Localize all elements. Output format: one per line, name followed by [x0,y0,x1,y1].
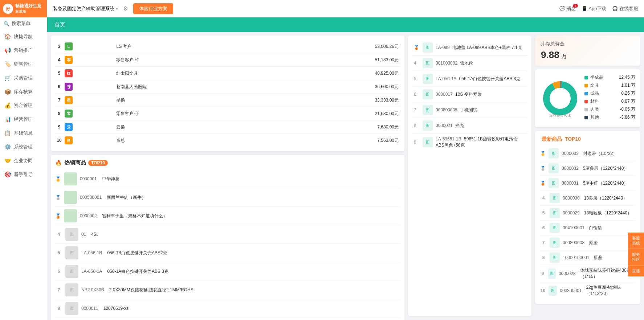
product-image-placeholder: 图 [423,137,433,147]
hot-icon: 🔥 [55,160,62,166]
sidebar: 好 畅捷通好生意 标准版 🔍 搜索菜单 🏠 快捷导航 📢 营销推广 🏷️ 销售管… [0,0,47,320]
product-name: 电池盖 LA-089 ABS本色+黑种 7.1克 [452,45,522,50]
gear-icon[interactable]: ⚙ [123,5,128,12]
page-title: 首页 [54,21,65,28]
product-code: 0000021 [436,123,453,128]
search-icon: 🔍 [4,21,9,26]
sidebar-item-base[interactable]: 📋 基础信息 [0,126,47,140]
system-select[interactable]: 装备及固定资产辅助管理系统 ▾ [53,5,118,12]
inventory-total-card: 库存总资金 9.88 万 [535,36,640,66]
rank-number: 9 [540,271,545,276]
product-code: 000500001 [80,195,102,200]
rank-number: 5 [540,210,547,216]
rank-number: 10 [540,288,546,293]
sidebar-item-marketing[interactable]: 📢 营销推广 [0,44,47,57]
product-name: 18多层（1220*2440） [584,195,627,201]
sidebar-item-system[interactable]: ⚙️ 系统管理 [0,140,47,154]
product-code: LA-056-1A [81,269,102,274]
product-image-placeholder: 图 [65,283,78,296]
rank-number: 4 [540,196,547,201]
float-btn[interactable]: 直播 [628,266,644,276]
customer-amount: 7,563.00元 [273,134,400,147]
customer-amount: 21,680.00元 [273,107,400,120]
table-row: 10 肖 肖总 7,563.00元 [55,134,400,147]
service-btn[interactable]: 🎧 在线客服 [612,5,638,12]
sidebar-item-operation[interactable]: 📊 经营管理 [0,112,47,126]
hot-products-badge: TOP10 [88,160,108,166]
product-name: 2.0X30MM双搓花轴,搓花直径2.1MM/ROHS [109,287,193,293]
rank-badge: 零 [65,110,73,118]
hot-products-title: 🔥 热销商品 TOP10 [55,159,400,166]
rank-medal: 🥉 [540,181,546,186]
rank-number: 8 [55,306,62,311]
donut-center-label: 库存资金占比 [549,113,571,118]
legend-item: 材料 0.07 万 [584,98,635,104]
sidebar-item-inventory[interactable]: 📦 库存核算 [0,85,47,99]
legend-item: 其他 -3.86 万 [584,114,635,120]
product-code: 0000011 [81,306,98,311]
list-item: 5 图 LA-056-1B 056-1B白色按键开关壳ABS2壳 [55,244,400,262]
table-row: 8 零 零售客户-于 21,680.00元 [55,107,400,120]
legend-item: 半成品 12.45 万 [584,74,635,81]
product-image-placeholder: 图 [65,246,78,259]
product-image [64,209,77,222]
sidebar-item-quicknav[interactable]: 🏠 快捷导航 [0,30,47,44]
sidebar-item-corp[interactable]: 🤝 企业协同 [0,154,47,168]
rank-badge-cell: 星 [63,94,115,107]
product-name: 体城嘉枝味苏打饮品400毫升（1*15） [580,267,635,280]
product-name: 中华神薯 [102,176,119,182]
product-code: 10000100001 [563,255,589,260]
rank-number: 7 [540,240,547,245]
rank-medal: 🥉 [414,45,419,50]
product-image [64,191,77,204]
main-area: 装备及固定资产辅助管理系统 ▾ ⚙ 体验行业方案 💬 消息 6 📱 App下载 … [47,0,644,320]
rank-number: 8 [55,107,63,120]
right-panel: 库存总资金 9.88 万 [531,32,644,320]
table-row: 6 苍 苍南县人民医院 36,600.00元 [55,80,400,94]
product-code: 0000032 [562,166,579,171]
home-icon: 🏠 [4,33,11,40]
float-btn[interactable]: 服务 社区 [628,249,644,266]
legend-value: 12.45 万 [619,74,635,81]
settings-icon: ⚙️ [4,144,11,150]
customer-name: 苍南县人民医院 [115,80,273,94]
rank-number: 8 [540,255,547,260]
sidebar-item-guide[interactable]: 🎯 新手引导 [0,168,47,181]
product-image-placeholder: 图 [550,223,560,233]
product-code: LA-056-1B [81,250,102,255]
legend-color-dot [584,116,588,119]
rank-medal: 🥇 [55,176,61,182]
rank-badge: 零 [65,56,73,64]
chart-icon: 📊 [4,116,11,123]
search-menu[interactable]: 🔍 搜索菜单 [0,17,47,30]
sidebar-item-label: 营销推广 [14,47,33,54]
customer-amount: 40,925.00元 [273,67,400,80]
list-item: 10 图 003800001 22g鱼豆腐-烧烤味（1*12*20） [540,282,635,299]
sidebar-nav: 🏠 快捷导航 📢 营销推广 🏷️ 销售管理 🛒 采购管理 📦 库存核算 💰 资金… [0,30,47,320]
logo-icon: 好 [3,4,13,14]
donut-chart: 库存资金占比 [540,78,580,118]
rank-number: 3 [55,40,63,53]
product-name: 封边带（1.0*22） [583,151,617,157]
rank-number: 7 [55,287,62,292]
product-code: NB2.0X30B [81,287,104,292]
customer-amount: 7,680.00元 [273,120,400,134]
search-menu-label: 搜索菜单 [12,20,30,27]
sidebar-item-label: 新手引导 [14,171,33,178]
legend-value: -0.05 万 [620,106,635,112]
top-sales-table: 🥉 图 LA-089 电池盖 LA-089 ABS本色+黑种 7.1克 4 图 … [412,40,527,151]
message-btn[interactable]: 💬 消息 6 [559,5,576,12]
rank-badge-cell: L [63,40,115,53]
sidebar-item-sales[interactable]: 🏷️ 销售管理 [0,57,47,71]
hot-products-card: 🔥 热销商品 TOP10 🥇 0000001 中华神薯 🥈 000500001 … [51,155,404,320]
trial-btn[interactable]: 体验行业方案 [133,3,173,14]
middle-column: 🥉 图 LA-089 电池盖 LA-089 ABS本色+黑种 7.1克 4 图 … [408,32,531,320]
list-item: 6 图 004100001 白钢垫 [540,221,635,235]
sidebar-item-purchase[interactable]: 🛒 采购管理 [0,71,47,85]
app-download-btn[interactable]: 📱 App下载 [582,5,606,12]
customer-amount: 33,333.00元 [273,94,400,107]
float-btn[interactable]: 客服 热线 [628,233,644,249]
rank-badge: 红 [65,69,73,77]
product-image-placeholder: 图 [423,89,433,99]
sidebar-item-finance[interactable]: 💰 资金管理 [0,99,47,112]
